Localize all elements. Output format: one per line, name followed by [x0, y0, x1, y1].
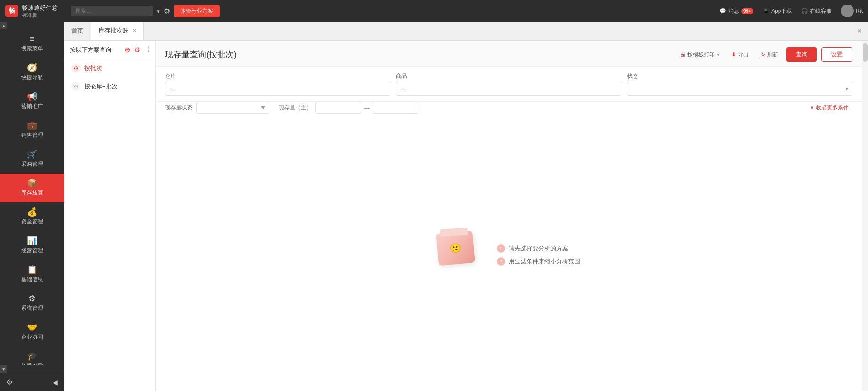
sidebar-label-5: 库存核算	[21, 189, 43, 197]
sidebar-item-3[interactable]: 💼 销售管理	[0, 116, 64, 145]
tab-home[interactable]: 首页	[64, 22, 91, 40]
sidebar: ▲ ≡ 搜索菜单 🧭 快捷导航 📢 营销推广 💼 销售管理 🛒 采购管理 📦 库…	[0, 22, 64, 391]
print-label: 按模板打印	[687, 51, 715, 59]
product-input[interactable]: ···	[396, 82, 621, 96]
online-service-item[interactable]: 🎧 在线客服	[801, 7, 832, 15]
collapse-up-icon: ∧	[810, 104, 814, 111]
export-label: 导出	[738, 51, 749, 59]
status-input[interactable]: ▾	[627, 82, 852, 96]
product-dots: ···	[400, 86, 407, 92]
search-dropdown-icon[interactable]: ▾	[157, 8, 160, 15]
home-tab-label: 首页	[71, 27, 83, 35]
page-header-actions: 🖨 按模板打印 ▾ ⬇ 导出 ↻ 刷新 查询 设置	[676, 47, 852, 62]
stock-status-select[interactable]	[196, 102, 269, 114]
status-label: 状态	[627, 72, 852, 80]
sidebar-item-10[interactable]: 🤝 企业协同	[0, 318, 64, 347]
refresh-btn[interactable]: ↻ 刷新	[757, 49, 782, 60]
filter-panel-title: 按以下方案查询	[70, 46, 111, 54]
close-panel-btn[interactable]: ×	[851, 23, 868, 39]
settings-gear-icon[interactable]: ⚙	[164, 7, 170, 16]
top-bar-right: 💬 消息 99+ 📱 App下载 🎧 在线客服 Rit	[720, 5, 863, 17]
sidebar-scroll-area: ≡ 搜索菜单 🧭 快捷导航 📢 营销推广 💼 销售管理 🛒 采购管理 📦 库存核…	[0, 29, 64, 365]
settings-button[interactable]: 设置	[821, 47, 852, 62]
filter-settings-icon[interactable]: ⚙	[134, 45, 140, 54]
filter-item-label-0: 按批次	[84, 64, 102, 72]
sidebar-bottom-settings-icon[interactable]: ⚙	[6, 378, 13, 386]
tip-num-2: 2	[497, 257, 505, 266]
app-title: 畅康通好生意	[22, 4, 58, 12]
page-content: 按以下方案查询 ⊕ ⚙ 《 ⊙ 按批次 ⊙ 按仓库+批次 现存	[64, 41, 868, 391]
filter-panel: 按以下方案查询 ⊕ ⚙ 《 ⊙ 按批次 ⊙ 按仓库+批次	[64, 41, 156, 391]
stock-qty-dash: —	[364, 104, 370, 111]
sidebar-item-9[interactable]: ⚙ 系统管理	[0, 289, 64, 318]
empty-tip-2: 2 用过滤条件来缩小分析范围	[497, 257, 580, 266]
filter-panel-icons: ⊕ ⚙ 《	[124, 45, 150, 54]
sidebar-label-6: 资金管理	[21, 218, 43, 226]
status-field: 状态 ▾	[627, 72, 852, 96]
sidebar-item-4[interactable]: 🛒 采购管理	[0, 145, 64, 174]
stock-status-label: 现存量状态	[165, 104, 192, 112]
warehouse-field: 仓库 ···	[165, 72, 390, 96]
refresh-label: 刷新	[767, 51, 778, 59]
filter-item-0[interactable]: ⊙ 按批次	[64, 59, 155, 77]
sidebar-item-2[interactable]: 📢 营销推广	[0, 87, 64, 116]
sidebar-item-5[interactable]: 📦 库存核算	[0, 174, 64, 202]
user-avatar	[841, 5, 854, 17]
sidebar-item-7[interactable]: 📊 经营管理	[0, 231, 64, 260]
tab-inventory-batch[interactable]: 库存批次账 ×	[91, 22, 144, 40]
filter-items-container: ⊙ 按批次 ⊙ 按仓库+批次	[64, 59, 155, 96]
stock-qty-max-input[interactable]	[373, 102, 418, 114]
messages-item[interactable]: 💬 消息 99+	[720, 7, 753, 15]
export-btn[interactable]: ⬇ 导出	[728, 49, 753, 60]
sidebar-icon-11: 🎓	[27, 352, 37, 360]
sidebar-item-1[interactable]: 🧭 快捷导航	[0, 58, 64, 87]
messages-badge: 99+	[741, 8, 753, 14]
stock-qty-field: 现存量（主） —	[279, 102, 418, 114]
query-button[interactable]: 查询	[786, 47, 817, 62]
empty-icon	[437, 232, 483, 278]
filter-collapse-icon[interactable]: 《	[144, 45, 150, 54]
messages-label: 消息	[728, 7, 739, 15]
online-service-label: 在线客服	[810, 7, 832, 15]
sidebar-icon-3: 💼	[27, 121, 37, 130]
refresh-icon: ↻	[761, 51, 765, 58]
top-bar: 畅 畅康通好生意 标准版 ▾ ⚙ 体验行业方案 💬 消息 99+ 📱 App下载…	[0, 0, 868, 22]
stock-qty-range: —	[315, 102, 418, 114]
sidebar-label-1: 快捷导航	[21, 74, 43, 81]
message-icon: 💬	[720, 8, 726, 14]
empty-state: 1 请先选择要分析的方案 2 用过滤条件来缩小分析范围	[156, 119, 862, 391]
scrollbar-thumb[interactable]	[863, 43, 868, 62]
sidebar-label-9: 系统管理	[21, 304, 43, 312]
collapse-more-label: 收起更多条件	[816, 104, 849, 112]
top-search-input[interactable]	[71, 6, 153, 16]
app-subtitle: 标准版	[22, 12, 58, 19]
page-header: 现存量查询(按批次) 🖨 按模板打印 ▾ ⬇ 导出 ↻	[156, 41, 862, 67]
print-dropdown-icon[interactable]: ▾	[717, 51, 720, 58]
sidebar-label-2: 营销推广	[21, 103, 43, 110]
print-btn[interactable]: 🖨 按模板打印 ▾	[676, 49, 723, 60]
sidebar-item-0[interactable]: ≡ 搜索菜单	[0, 29, 64, 58]
warehouse-input[interactable]: ···	[165, 82, 390, 96]
sidebar-item-6[interactable]: 💰 资金管理	[0, 202, 64, 231]
user-profile[interactable]: Rit	[841, 5, 863, 17]
sidebar-item-11[interactable]: 🎓 新手引导	[0, 347, 64, 365]
product-label: 商品	[396, 72, 621, 80]
phone-icon: 📱	[763, 8, 769, 14]
stock-qty-min-input[interactable]	[315, 102, 361, 114]
filter-item-1[interactable]: ⊙ 按仓库+批次	[64, 77, 155, 96]
sidebar-scroll-down[interactable]: ▼	[0, 365, 7, 373]
app-download-item[interactable]: 📱 App下载	[763, 7, 792, 15]
collapse-more-btn[interactable]: ∧ 收起更多条件	[806, 102, 852, 114]
sidebar-collapse-icon[interactable]: ◀	[53, 379, 58, 386]
sidebar-icon-7: 📊	[27, 237, 37, 245]
sidebar-scroll-up[interactable]: ▲	[0, 22, 7, 29]
warehouse-dots: ···	[169, 86, 176, 92]
sidebar-label-8: 基础信息	[21, 276, 43, 283]
sidebar-label-0: 搜索菜单	[21, 45, 43, 53]
experience-btn[interactable]: 体验行业方案	[174, 5, 220, 17]
sidebar-icon-9: ⚙	[28, 294, 36, 303]
sidebar-item-8[interactable]: 📋 基础信息	[0, 260, 64, 289]
tab-close-icon[interactable]: ×	[133, 27, 136, 34]
empty-tip-1: 1 请先选择要分析的方案	[497, 244, 580, 253]
filter-add-icon[interactable]: ⊕	[124, 45, 130, 54]
